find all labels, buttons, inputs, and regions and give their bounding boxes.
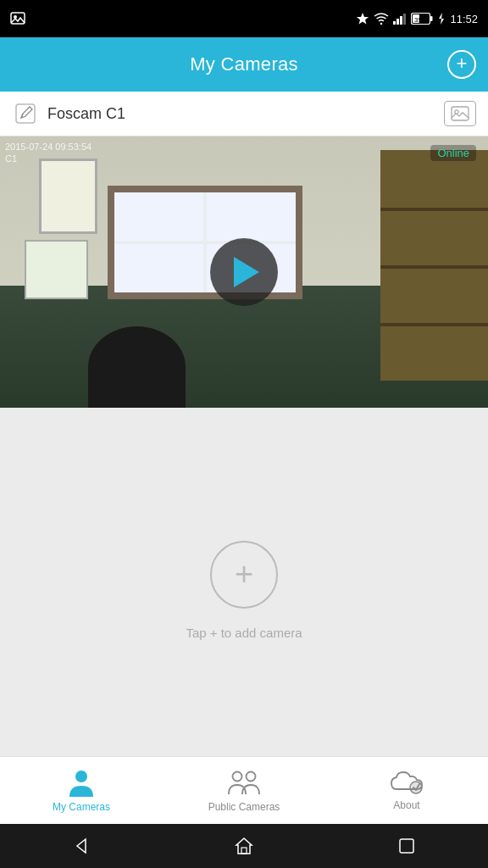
plus-icon: + xyxy=(457,54,468,73)
nav-label-about: About xyxy=(393,799,419,811)
nav-item-my-cameras[interactable]: My Cameras xyxy=(0,769,163,813)
bottom-nav: My Cameras Public Cameras About xyxy=(0,756,488,824)
signal-icon xyxy=(393,13,407,25)
camera-name: Foscam C1 xyxy=(47,105,444,123)
status-left xyxy=(10,12,25,25)
svg-marker-21 xyxy=(77,839,86,853)
app-header: My Cameras + xyxy=(0,37,488,92)
svg-rect-14 xyxy=(452,107,469,120)
svg-rect-9 xyxy=(430,16,433,21)
home-icon xyxy=(235,837,253,855)
back-arrow-icon xyxy=(72,837,91,855)
charging-icon xyxy=(437,13,446,25)
nav-item-about[interactable]: About xyxy=(325,771,488,811)
figure-silhouette xyxy=(88,326,186,408)
image-icon xyxy=(10,12,25,25)
system-recent-button[interactable] xyxy=(390,829,424,863)
svg-text:39: 39 xyxy=(414,16,422,24)
svg-rect-13 xyxy=(16,104,35,123)
edit-pencil-icon xyxy=(14,103,36,125)
svg-marker-12 xyxy=(439,13,444,25)
header-title: My Cameras xyxy=(190,53,298,75)
add-camera-hint: Tap + to add camera xyxy=(186,626,302,640)
svg-rect-4 xyxy=(393,21,396,25)
system-nav-bar xyxy=(0,824,488,868)
status-bar: 39 11:52 xyxy=(0,0,488,37)
add-camera-circle-button[interactable]: + xyxy=(210,541,278,609)
wifi-icon xyxy=(374,13,389,25)
add-camera-section: + Tap + to add camera xyxy=(0,408,488,756)
camera-device-id: C1 xyxy=(5,153,17,164)
add-camera-header-button[interactable]: + xyxy=(447,50,476,79)
window-pane-2 xyxy=(207,192,296,241)
bookshelf xyxy=(380,150,488,381)
svg-point-16 xyxy=(75,771,87,782)
camera-preview-bg: 2015-07-24 09:53:54 C1 Online xyxy=(0,136,488,408)
camera-item-row[interactable]: Foscam C1 xyxy=(0,92,488,136)
wall-picture-2 xyxy=(25,240,88,299)
my-cameras-person-icon xyxy=(68,769,95,798)
svg-rect-23 xyxy=(241,848,247,854)
wall-picture-1 xyxy=(39,159,97,235)
camera-timestamp: 2015-07-24 09:53:54 xyxy=(5,142,92,152)
play-triangle-icon xyxy=(234,257,259,287)
svg-point-3 xyxy=(380,23,383,25)
public-cameras-group-icon xyxy=(227,769,261,798)
star-icon xyxy=(356,12,369,25)
camera-thumbnail-button[interactable] xyxy=(444,101,476,126)
svg-marker-22 xyxy=(236,838,252,854)
add-circle-plus-icon: + xyxy=(235,558,253,590)
camera-online-badge: Online xyxy=(430,145,476,161)
system-home-button[interactable] xyxy=(227,829,261,863)
main-content: Foscam C1 xyxy=(0,92,488,756)
svg-point-18 xyxy=(247,771,256,781)
camera-edit-icon[interactable] xyxy=(12,100,39,127)
nav-label-my-cameras: My Cameras xyxy=(53,801,110,813)
window-pane-1 xyxy=(114,192,203,241)
svg-rect-5 xyxy=(396,19,399,25)
svg-marker-2 xyxy=(357,13,369,25)
svg-rect-6 xyxy=(400,16,402,25)
nav-label-public-cameras: Public Cameras xyxy=(208,801,280,813)
about-cloud-icon xyxy=(390,771,424,796)
battery-icon: 39 xyxy=(411,13,433,25)
nav-item-public-cameras[interactable]: Public Cameras xyxy=(163,769,325,813)
svg-rect-7 xyxy=(403,14,406,25)
svg-point-15 xyxy=(455,110,458,114)
camera-preview[interactable]: 2015-07-24 09:53:54 C1 Online xyxy=(0,136,488,408)
svg-rect-24 xyxy=(400,839,413,853)
svg-point-17 xyxy=(233,771,242,781)
time-display: 11:52 xyxy=(450,13,478,25)
status-right: 39 11:52 xyxy=(356,12,478,25)
image-thumbnail-icon xyxy=(451,106,469,121)
play-button[interactable] xyxy=(210,238,278,306)
window-pane-3 xyxy=(114,244,203,292)
recent-apps-icon xyxy=(398,837,415,854)
system-back-button[interactable] xyxy=(64,829,98,863)
